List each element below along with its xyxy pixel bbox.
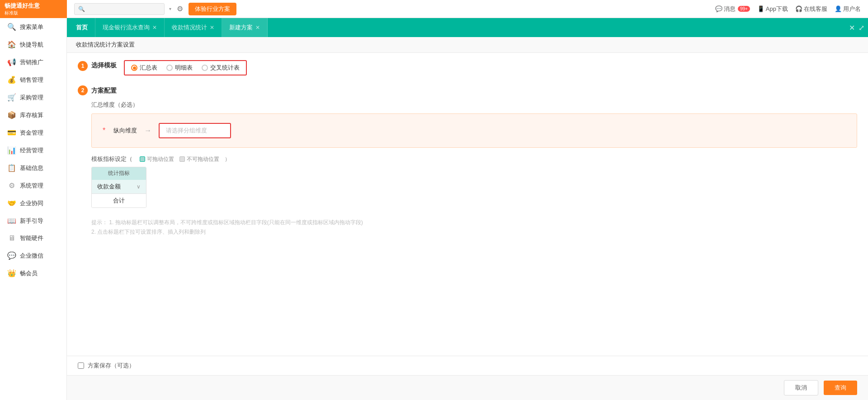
sidebar-item-purchase[interactable]: 🛒 采购管理 <box>0 89 66 106</box>
sidebar-item-guide[interactable]: 📖 新手引导 <box>0 212 66 230</box>
support-item[interactable]: 🎧 在线客服 <box>795 5 827 13</box>
tips-section: 提示： 1. 拖动标题栏可以调整布局，不可跨维度或指标区域拖动栏目字段(只能在同… <box>91 219 857 236</box>
search-bar[interactable]: 🔍 <box>74 3 165 15</box>
sidebar-item-operations[interactable]: 📊 经营管理 <box>0 141 66 159</box>
sidebar-item-wechat[interactable]: 💬 企业微信 <box>0 247 66 264</box>
sidebar-item-hardware[interactable]: 🖥 智能硬件 <box>0 230 66 247</box>
indicator-legend: 可拖动位置 不可拖动位置 ） <box>140 155 230 163</box>
tab-collection-close-icon[interactable]: ✕ <box>210 24 214 31</box>
tab-new-plan[interactable]: 新建方案 ✕ <box>222 18 268 37</box>
section1-num: 1 <box>78 61 88 71</box>
operations-icon: 📊 <box>7 146 16 155</box>
section2-label: 方案配置 <box>91 87 117 95</box>
sidebar-item-finance[interactable]: 💳 资金管理 <box>0 124 66 141</box>
sidebar-item-label: 经营管理 <box>20 146 43 155</box>
sidebar-item-label: 营销推广 <box>20 58 43 66</box>
section2-num: 2 <box>78 85 88 95</box>
logo-area: 畅捷通好生意 标准版 <box>0 0 67 18</box>
tab-new-plan-close-icon[interactable]: ✕ <box>255 24 260 31</box>
tab-collection-stat[interactable]: 收款情况统计 ✕ <box>165 18 222 37</box>
notification-icon: 💬 <box>715 5 722 12</box>
download-icon: 📱 <box>757 5 764 12</box>
vertical-dim-label: 纵向维度 <box>113 127 137 135</box>
sidebar-item-sales[interactable]: 💰 销售管理 <box>0 71 66 89</box>
breadcrumb-text: 收款情况统计方案设置 <box>76 41 135 48</box>
sidebar-item-label: 库存核算 <box>20 111 43 119</box>
notification-item[interactable]: 💬 消息 99+ <box>715 5 750 13</box>
legend-draggable-box <box>140 156 145 162</box>
sidebar-item-home[interactable]: 🏠 快捷导航 <box>0 36 66 53</box>
radio-summary[interactable]: 汇总表 <box>131 64 157 72</box>
tips-prefix-label: 提示： <box>91 219 108 226</box>
legend-fixed-label: 不可拖动位置 <box>187 155 219 163</box>
industry-btn[interactable]: 体验行业方案 <box>189 3 236 15</box>
search-icon: 🔍 <box>7 23 16 31</box>
sidebar-item-basic[interactable]: 📋 基础信息 <box>0 159 66 177</box>
sidebar-item-marketing[interactable]: 📢 营销推广 <box>0 53 66 71</box>
tab-close-window-icon[interactable]: ✕ <box>849 24 855 32</box>
sidebar-item-enterprise[interactable]: 🤝 企业协同 <box>0 194 66 212</box>
search-dropdown-arrow[interactable]: ▾ <box>169 6 171 11</box>
sidebar-item-search[interactable]: 🔍 搜索菜单 <box>0 18 66 36</box>
tab-cash-close-icon[interactable]: ✕ <box>152 24 157 31</box>
indicator-header: 模板指标设定（ 可拖动位置 不可拖动位置 <box>91 155 857 163</box>
system-icon: ⚙ <box>7 181 16 190</box>
sidebar-item-label: 快捷导航 <box>20 41 43 49</box>
user-label: 用户名 <box>843 5 861 13</box>
sidebar-item-system[interactable]: ⚙ 系统管理 <box>0 177 66 194</box>
tab-home[interactable]: 首页 <box>69 18 95 37</box>
tab-collection-label: 收款情况统计 <box>172 24 207 32</box>
basic-icon: 📋 <box>7 164 16 172</box>
sidebar-item-label: 系统管理 <box>20 182 43 190</box>
purchase-icon: 🛒 <box>7 93 16 102</box>
sidebar-item-member[interactable]: 👑 畅会员 <box>0 264 66 282</box>
cancel-button[interactable]: 取消 <box>784 380 818 395</box>
tab-cash-label: 现金银行流水查询 <box>103 24 150 32</box>
legend-draggable-label: 可拖动位置 <box>147 155 174 163</box>
enterprise-icon: 🤝 <box>7 199 16 207</box>
dimension-area: * 纵向维度 → 请选择分组维度 <box>91 113 857 148</box>
sidebar-item-label: 采购管理 <box>20 94 43 102</box>
sidebar-item-label: 搜索菜单 <box>20 23 43 31</box>
indicator-row-label: 合计 <box>113 197 125 204</box>
section1-label: 选择模板 <box>91 61 117 70</box>
tab-expand-icon[interactable]: ⤢ <box>859 24 864 32</box>
section2: 2 方案配置 汇总维度（必选） * 纵向维度 → <box>78 85 857 238</box>
indicator-cell-amount[interactable]: 收款金额 ∨ <box>92 179 146 193</box>
sidebar-item-label: 新手引导 <box>20 217 43 225</box>
user-item[interactable]: 👤 用户名 <box>835 5 861 13</box>
dim-select-placeholder: 请选择分组维度 <box>166 127 207 135</box>
finance-icon: 💳 <box>7 128 16 137</box>
settings-icon[interactable]: ⚙ <box>176 5 184 13</box>
sidebar-item-label: 畅会员 <box>20 269 38 278</box>
legend-close-paren: ） <box>225 155 230 163</box>
tab-home-label: 首页 <box>76 24 88 32</box>
download-item[interactable]: 📱 App下载 <box>757 5 788 13</box>
radio-detail-label: 明细表 <box>175 64 193 72</box>
tab-cash-query[interactable]: 现金银行流水查询 ✕ <box>95 18 165 37</box>
user-icon: 👤 <box>835 5 842 12</box>
wechat-icon: 💬 <box>7 251 16 260</box>
indicator-table-header: 统计指标 <box>92 167 146 179</box>
save-checkbox[interactable] <box>78 362 84 369</box>
sidebar-item-inventory[interactable]: 📦 库存核算 <box>0 106 66 124</box>
group-dim-select[interactable]: 请选择分组维度 <box>159 123 231 138</box>
radio-detail-circle <box>166 65 173 71</box>
indicator-label: 模板指标设定（ <box>91 155 132 163</box>
cell-dropdown-icon[interactable]: ∨ <box>137 184 141 190</box>
support-icon: 🎧 <box>795 5 802 12</box>
indicator-cell-amount-label: 收款金额 <box>97 183 121 191</box>
brand-sub: 标准版 <box>5 10 40 16</box>
radio-cross-label: 交叉统计表 <box>210 64 240 72</box>
radio-cross[interactable]: 交叉统计表 <box>202 64 240 72</box>
indicator-section: 模板指标设定（ 可拖动位置 不可拖动位置 <box>91 155 857 210</box>
sidebar-item-label: 基础信息 <box>20 164 43 172</box>
support-label: 在线客服 <box>804 5 827 13</box>
notification-count: 99+ <box>738 6 750 12</box>
subsection-label: 汇总维度（必选） <box>91 101 857 109</box>
radio-detail[interactable]: 明细表 <box>166 64 193 72</box>
legend-fixed-box <box>179 156 185 162</box>
legend-draggable: 可拖动位置 <box>140 155 174 163</box>
query-button[interactable]: 查询 <box>824 381 857 395</box>
tips-prefix: 提示： 1. 拖动标题栏可以调整布局，不可跨维度或指标区域拖动栏目字段(只能在同… <box>91 219 857 226</box>
